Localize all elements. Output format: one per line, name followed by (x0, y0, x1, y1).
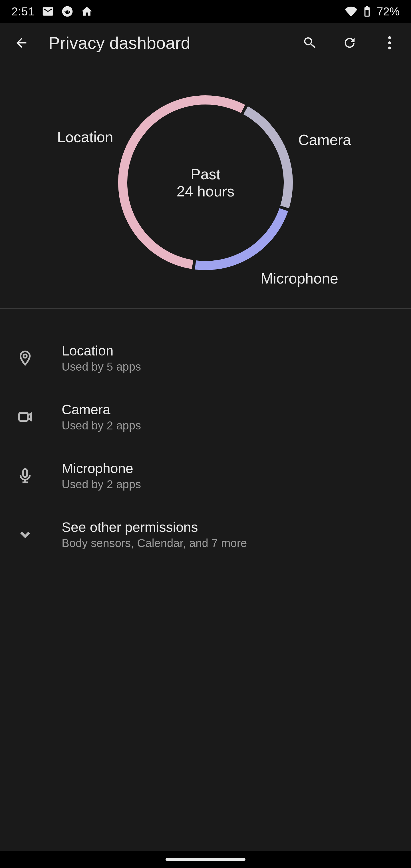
more-button[interactable] (377, 30, 403, 56)
permission-subtitle: Used by 2 apps (62, 478, 141, 491)
back-arrow-icon (14, 35, 29, 50)
refresh-button[interactable] (337, 30, 362, 56)
status-bar: 2:51 72% (0, 0, 411, 23)
permission-title: Location (62, 343, 141, 359)
chevron-down-icon (17, 527, 33, 542)
reddit-icon (61, 5, 74, 18)
svg-point-2 (388, 46, 391, 50)
see-other-title: See other permissions (62, 519, 247, 535)
mail-icon (42, 5, 54, 18)
wifi-icon (345, 5, 357, 18)
usage-donut-chart: Past 24 hours Location Camera Microphone (114, 91, 297, 274)
permissions-list: Location Used by 5 apps Camera Used by 2… (0, 309, 411, 564)
permission-subtitle: Used by 5 apps (62, 360, 141, 373)
gesture-nav-bar[interactable] (0, 851, 411, 868)
gesture-nav-pill (165, 858, 246, 861)
permission-title: Microphone (62, 461, 141, 476)
refresh-icon (342, 35, 357, 50)
chart-center-line1: Past (177, 165, 234, 183)
permission-item-camera[interactable]: Camera Used by 2 apps (0, 388, 411, 446)
battery-percentage: 72% (377, 5, 400, 18)
app-bar: Privacy dashboard (0, 23, 411, 63)
camera-icon (17, 409, 33, 425)
chart-label-microphone: Microphone (261, 270, 338, 287)
permission-item-location[interactable]: Location Used by 5 apps (0, 329, 411, 388)
status-time: 2:51 (11, 5, 35, 18)
svg-point-3 (23, 354, 27, 358)
back-button[interactable] (8, 30, 34, 56)
chart-segment-microphone (195, 210, 284, 266)
home-icon (81, 5, 93, 18)
usage-chart-section: Past 24 hours Location Camera Microphone (0, 63, 411, 309)
more-vert-icon (388, 35, 391, 51)
chart-center-line2: 24 hours (177, 183, 234, 200)
location-icon (17, 350, 33, 366)
microphone-icon (17, 468, 33, 484)
permission-subtitle: Used by 2 apps (62, 419, 141, 432)
svg-point-0 (388, 36, 391, 39)
search-icon (302, 35, 317, 50)
permission-item-microphone[interactable]: Microphone Used by 2 apps (0, 446, 411, 505)
svg-rect-4 (19, 413, 28, 421)
search-button[interactable] (297, 30, 322, 56)
permission-title: Camera (62, 402, 141, 417)
chart-label-camera: Camera (298, 131, 351, 149)
svg-rect-5 (23, 469, 27, 477)
page-title: Privacy dashboard (49, 33, 190, 53)
battery-icon (361, 5, 373, 18)
svg-point-1 (388, 41, 391, 44)
chart-segment-camera (246, 110, 288, 207)
see-other-permissions[interactable]: See other permissions Body sensors, Cale… (0, 505, 411, 564)
see-other-subtitle: Body sensors, Calendar, and 7 more (62, 537, 247, 550)
chart-label-location: Location (57, 128, 113, 146)
